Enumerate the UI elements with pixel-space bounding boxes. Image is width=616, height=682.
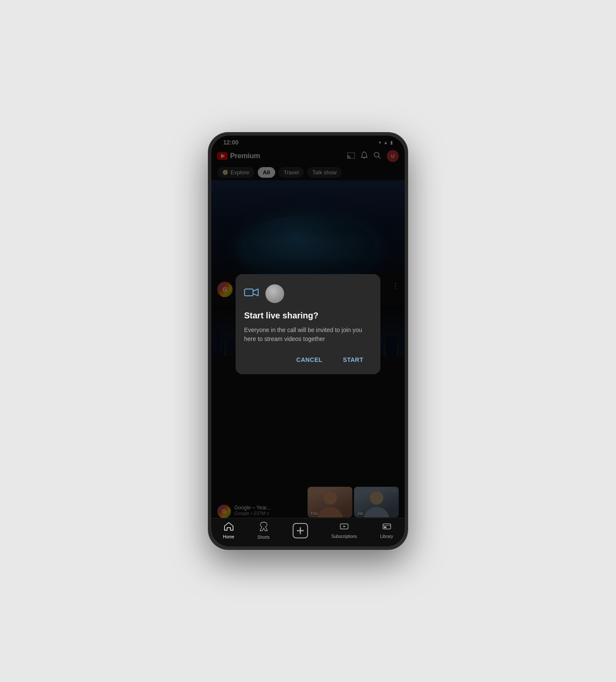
dialog-avatar: [265, 284, 284, 303]
svg-marker-35: [343, 526, 346, 527]
subscriptions-label: Subscriptions: [331, 534, 357, 539]
nav-tab-add[interactable]: [293, 523, 308, 538]
shorts-icon: [260, 522, 268, 533]
dialog-title: Start live sharing?: [244, 311, 372, 321]
cancel-button[interactable]: CANCEL: [288, 352, 331, 367]
svg-rect-36: [383, 524, 391, 529]
dialog-actions: CANCEL START: [244, 352, 372, 367]
dialog-overlay: Start live sharing? Everyone in the call…: [211, 136, 405, 546]
add-button[interactable]: [293, 523, 308, 538]
dialog-body: Everyone in the call will be invited to …: [244, 326, 372, 344]
dialog-icons: [244, 284, 372, 303]
nav-tab-shorts[interactable]: Shorts: [257, 522, 270, 540]
library-icon: [383, 523, 391, 532]
library-label: Library: [380, 534, 393, 539]
home-label: Home: [223, 535, 234, 539]
phone-frame: 12:00 ▾ ▲ ▮ Premium: [208, 132, 408, 550]
start-button[interactable]: START: [334, 352, 372, 367]
subscriptions-icon: [340, 523, 348, 532]
nav-tab-library[interactable]: Library: [380, 523, 393, 539]
home-icon: [224, 522, 233, 533]
svg-rect-31: [245, 289, 253, 296]
svg-rect-38: [384, 526, 386, 528]
nav-tab-subscriptions[interactable]: Subscriptions: [331, 523, 357, 539]
nav-tab-home[interactable]: Home: [223, 522, 234, 539]
shorts-label: Shorts: [257, 535, 270, 540]
bottom-nav: Home Shorts Subscriptions: [211, 518, 405, 546]
phone-screen: 12:00 ▾ ▲ ▮ Premium: [211, 136, 405, 546]
live-sharing-dialog: Start live sharing? Everyone in the call…: [236, 274, 380, 374]
video-call-icon: [244, 287, 259, 301]
